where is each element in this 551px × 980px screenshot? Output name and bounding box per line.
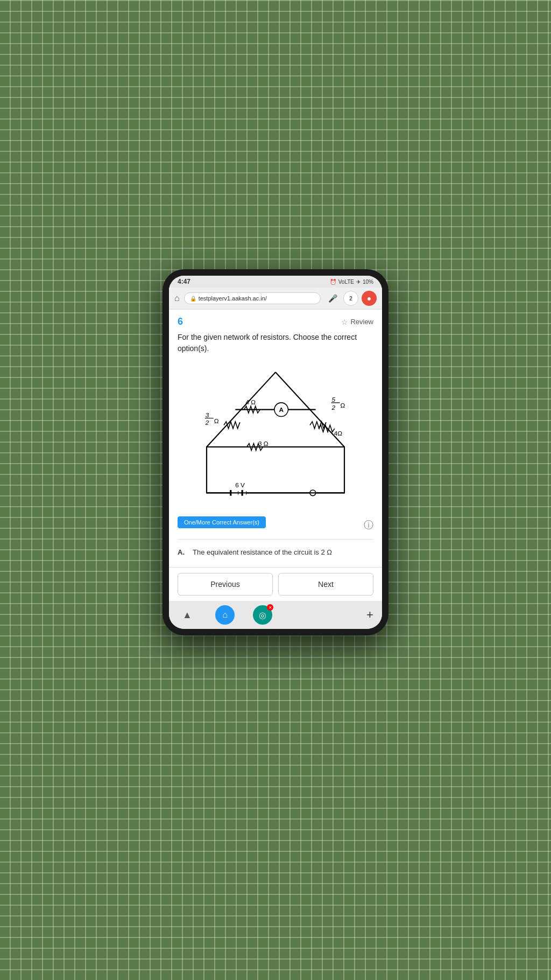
svg-text:5: 5 bbox=[332, 396, 336, 403]
previous-button[interactable]: Previous bbox=[178, 573, 273, 596]
home-nav-button[interactable]: ⌂ bbox=[215, 605, 235, 625]
browser-bar: ⌂ 🔒 testplayerv1.aakash.ac.in/ 🎤 2 ● bbox=[169, 288, 382, 310]
option-a-letter: A. bbox=[178, 548, 188, 556]
question-number: 6 bbox=[178, 316, 183, 327]
app-nav-button[interactable]: ◎ ✕ bbox=[253, 605, 272, 625]
close-badge: ✕ bbox=[267, 604, 273, 611]
circuit-diagram: A 3 2 Ω 5 2 bbox=[178, 361, 373, 510]
svg-text:6 V: 6 V bbox=[235, 481, 245, 488]
menu-button[interactable]: ● bbox=[362, 291, 377, 306]
svg-text:2: 2 bbox=[331, 404, 336, 411]
home-icon[interactable]: ⌂ bbox=[174, 293, 180, 303]
svg-text:2: 2 bbox=[205, 419, 209, 426]
svg-text:4 Ω: 4 Ω bbox=[246, 398, 256, 405]
svg-text:4Ω: 4Ω bbox=[334, 430, 343, 437]
svg-text:3 Ω: 3 Ω bbox=[258, 440, 269, 447]
lock-icon: 🔒 bbox=[190, 296, 196, 302]
review-button[interactable]: ☆ Review bbox=[341, 318, 373, 326]
svg-text:Ω: Ω bbox=[341, 402, 345, 409]
url-text: testplayerv1.aakash.ac.in/ bbox=[199, 295, 267, 302]
star-icon: ☆ bbox=[341, 318, 348, 326]
signal-icon: VoLTE bbox=[338, 279, 354, 285]
svg-rect-0 bbox=[207, 447, 344, 493]
answer-type-badge[interactable]: One/More Correct Answer(s) bbox=[178, 516, 266, 528]
nav-buttons: Previous Next bbox=[169, 567, 382, 601]
badge-row: One/More Correct Answer(s) ⓘ bbox=[178, 516, 373, 535]
question-text: For the given network of resistors. Choo… bbox=[178, 332, 373, 354]
circuit-svg: A 3 2 Ω 5 2 bbox=[189, 361, 362, 510]
option-a-row[interactable]: A. The equivalent resistance of the circ… bbox=[178, 544, 373, 561]
url-bar[interactable]: 🔒 testplayerv1.aakash.ac.in/ bbox=[184, 292, 321, 304]
mic-icon[interactable]: 🎤 bbox=[325, 291, 340, 306]
status-bar: 4:47 ⏰ VoLTE ✈ 10% bbox=[169, 276, 382, 288]
browser-actions: 🎤 2 ● bbox=[325, 291, 377, 306]
back-icon[interactable]: ▲ bbox=[178, 605, 197, 625]
svg-text:3: 3 bbox=[206, 411, 209, 418]
plus-button[interactable]: + bbox=[366, 608, 373, 622]
status-icons: ⏰ VoLTE ✈ 10% bbox=[330, 279, 373, 285]
next-button[interactable]: Next bbox=[278, 573, 373, 596]
bottom-nav-bar: ▲ ⌂ ◎ ✕ + bbox=[169, 601, 382, 629]
option-a-text: The equivalent resistance of the circuit… bbox=[193, 548, 332, 556]
svg-text:A: A bbox=[279, 406, 284, 413]
alarm-icon: ⏰ bbox=[330, 279, 336, 285]
nav-empty-2 bbox=[329, 605, 348, 625]
wifi-icon: ✈ bbox=[356, 279, 361, 285]
question-header: 6 ☆ Review bbox=[178, 316, 373, 327]
content-area: 6 ☆ Review For the given network of resi… bbox=[169, 310, 382, 567]
status-time: 4:47 bbox=[178, 278, 190, 285]
nav-empty bbox=[291, 605, 310, 625]
tabs-button[interactable]: 2 bbox=[343, 291, 358, 306]
battery-icon: 10% bbox=[363, 279, 373, 285]
app-nav-wrapper: ◎ ✕ bbox=[253, 605, 272, 625]
svg-text:Ω: Ω bbox=[214, 417, 219, 424]
review-label: Review bbox=[350, 318, 373, 326]
divider bbox=[178, 539, 373, 540]
info-icon[interactable]: ⓘ bbox=[364, 519, 373, 531]
